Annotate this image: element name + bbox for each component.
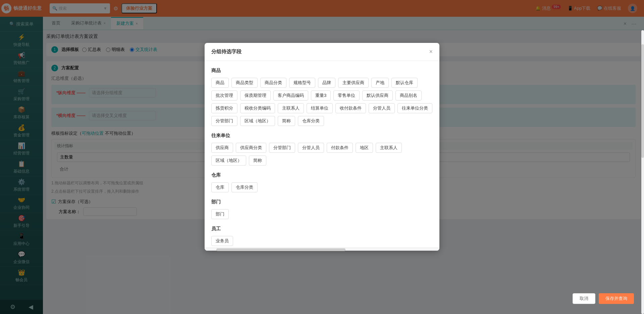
field-tag[interactable]: 品牌	[318, 78, 335, 88]
field-tag[interactable]: 结算单位	[307, 103, 333, 113]
field-tag[interactable]: 收付款条件	[335, 103, 366, 113]
hscrollbar-thumb	[216, 248, 345, 251]
modal-header: 分组待选字段 ×	[205, 43, 439, 61]
modal-vscrollbar-thumb[interactable]	[641, 44, 644, 158]
modal-footer: 取消 保存并查询	[573, 293, 634, 304]
counterpart-fields: 供应商 供应商分类 分管部门 分管人员 付款条件 地区 主联系人 区域（地区） …	[211, 143, 433, 166]
warehouse-group-title: 仓库	[211, 172, 433, 178]
field-tag[interactable]: 保质期管理	[240, 90, 271, 101]
employee-group-title: 员工	[211, 226, 433, 232]
field-tag[interactable]: 简称	[278, 116, 295, 126]
field-tag[interactable]: 分管人员	[298, 143, 324, 153]
field-tag[interactable]: 商品分类	[260, 78, 286, 88]
product-fields: 商品 商品类型 商品分类 规格型号 品牌 主要供应商 产地 默认仓库 批次管理 …	[211, 78, 433, 126]
field-tag[interactable]: 分管人员	[369, 103, 395, 113]
field-tag[interactable]: 商品	[211, 78, 229, 88]
field-tag[interactable]: 地区	[356, 143, 373, 153]
field-tag[interactable]: 产地	[371, 78, 389, 88]
field-tag[interactable]: 仓库分类	[298, 116, 324, 126]
field-tag[interactable]: 区域（地区）	[240, 116, 275, 126]
field-tag[interactable]: 分管部门	[269, 143, 295, 153]
field-tag[interactable]: 税收分类编码	[240, 103, 275, 113]
field-group-department: 部门 部门	[211, 199, 433, 219]
field-tag[interactable]: 简称	[249, 155, 266, 166]
employee-fields: 业务员	[211, 236, 433, 246]
field-tag[interactable]: 零售单位	[333, 90, 360, 101]
field-tag[interactable]: 重量3	[311, 90, 331, 101]
field-tag[interactable]: 供应商	[211, 143, 233, 153]
field-tag[interactable]: 仓库分类	[231, 182, 258, 192]
field-tag[interactable]: 主联系人	[376, 143, 402, 153]
modal-body[interactable]: 商品 商品 商品类型 商品分类 规格型号 品牌 主要供应商 产地 默认仓库 批次…	[205, 61, 439, 248]
modal-vscrollbar-track	[641, 30, 644, 314]
field-tag[interactable]: 批次管理	[211, 90, 237, 101]
field-tag[interactable]: 商品类型	[231, 78, 258, 88]
field-tag[interactable]: 部门	[211, 209, 229, 219]
field-tag[interactable]: 主要供应商	[338, 78, 369, 88]
field-group-employee: 员工 业务员	[211, 226, 433, 246]
product-group-title: 商品	[211, 68, 433, 74]
field-tag[interactable]: 主联系人	[278, 103, 304, 113]
field-group-warehouse: 仓库 仓库 仓库分类	[211, 172, 433, 192]
field-tag[interactable]: 拣货积分	[211, 103, 237, 113]
field-group-counterpart: 往来单位 供应商 供应商分类 分管部门 分管人员 付款条件 地区 主联系人 区域…	[211, 133, 433, 166]
field-tag[interactable]: 业务员	[211, 236, 233, 246]
field-tag[interactable]: 供应商分类	[236, 143, 266, 153]
department-group-title: 部门	[211, 199, 433, 205]
field-tag[interactable]: 分管部门	[211, 116, 237, 126]
modal-hscrollbar[interactable]	[205, 247, 439, 250]
save-query-button[interactable]: 保存并查询	[599, 293, 634, 304]
field-tag[interactable]: 付款条件	[327, 143, 353, 153]
field-group-product: 商品 商品 商品类型 商品分类 规格型号 品牌 主要供应商 产地 默认仓库 批次…	[211, 68, 433, 126]
field-tag[interactable]: 商品别名	[395, 90, 422, 101]
cancel-button[interactable]: 取消	[573, 293, 595, 304]
field-tag[interactable]: 区域（地区）	[211, 155, 246, 166]
field-tag[interactable]: 规格型号	[289, 78, 315, 88]
field-tag[interactable]: 默认供应商	[362, 90, 393, 101]
field-tag[interactable]: 仓库	[211, 182, 229, 192]
department-fields: 部门	[211, 209, 433, 219]
field-tag[interactable]: 往来单位分类	[397, 103, 432, 113]
field-select-modal: 分组待选字段 × 商品 商品 商品类型 商品分类 规格型号 品牌 主要供应商 产…	[205, 43, 439, 251]
warehouse-fields: 仓库 仓库分类	[211, 182, 433, 192]
counterpart-group-title: 往来单位	[211, 133, 433, 139]
field-tag[interactable]: 默认仓库	[391, 78, 418, 88]
field-tag[interactable]: 客户商品编码	[273, 90, 308, 101]
modal-close-btn[interactable]: ×	[429, 48, 433, 55]
modal-title: 分组待选字段	[211, 49, 241, 55]
